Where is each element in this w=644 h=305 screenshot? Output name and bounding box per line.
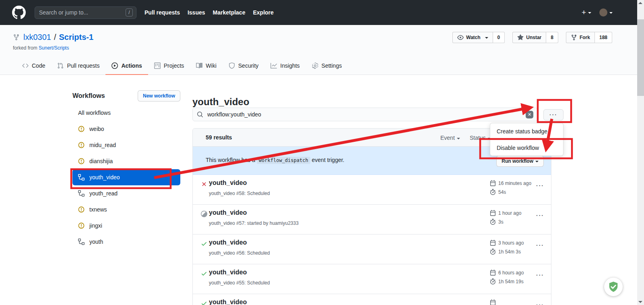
run-title-link[interactable]: youth_video [209, 299, 247, 305]
nav-marketplace[interactable]: Marketplace [213, 9, 246, 16]
calendar-icon [490, 240, 496, 246]
run-time-text: 3 hours ago [498, 240, 524, 246]
workflow-list-item[interactable]: youth_read [72, 185, 180, 201]
global-search-input[interactable] [38, 9, 126, 16]
workflow-run-row[interactable]: youth_video youth_video #58: Scheduled 1… [193, 175, 551, 205]
header-nav: Pull requests Issues Marketplace Explore [144, 9, 274, 16]
watch-button[interactable]: Watch [452, 32, 493, 43]
clear-search-button[interactable]: ✕ [526, 111, 533, 118]
run-time [490, 299, 498, 305]
tab-settings[interactable]: Settings [306, 57, 348, 75]
run-title-link[interactable]: youth_video [209, 179, 247, 187]
tab-label: Pull requests [67, 62, 99, 69]
nav-issues[interactable]: Issues [188, 9, 205, 16]
workflow-run-row[interactable]: youth_video youth_video #55: Scheduled 6… [193, 264, 551, 294]
run-time-text: 1 hour ago [498, 210, 521, 216]
workflow-list-item[interactable]: All workflows [72, 105, 180, 121]
watch-count[interactable]: 0 [493, 32, 505, 43]
user-menu-button[interactable] [599, 8, 613, 17]
run-title-link[interactable]: youth_video [209, 209, 247, 216]
scrollbar-thumb[interactable] [637, 19, 644, 96]
workflow-run-row[interactable]: youth_video youth_video #57: started by … [193, 205, 551, 234]
run-duration: 54s [490, 189, 506, 195]
stopwatch-icon [490, 189, 496, 195]
star-filled-icon [517, 34, 524, 41]
status-filter[interactable]: Status [470, 135, 491, 141]
runs-search-input[interactable] [206, 111, 522, 118]
workflow-list-item[interactable]: youth_video [72, 169, 180, 185]
menu-item[interactable]: Create status badge [490, 123, 563, 139]
repo-separator: / [54, 33, 56, 42]
run-duration: 3s [490, 219, 504, 225]
runs-search[interactable]: ✕ [192, 108, 538, 121]
project-icon [154, 62, 161, 69]
tab-pull-requests[interactable]: Pull requests [51, 57, 105, 75]
workflow-list-item[interactable]: txnews [72, 201, 180, 218]
run-options-button[interactable]: ··· [533, 302, 547, 305]
fork-label: Fork [580, 35, 590, 40]
adguard-extension-badge[interactable] [604, 278, 623, 296]
global-search[interactable]: / [35, 6, 136, 19]
run-description: youth_video #56: Scheduled [209, 250, 270, 256]
forked-from-link[interactable]: Sunert/Scripts [39, 45, 69, 51]
event-filter-label: Event [440, 135, 455, 141]
repo-owner-link[interactable]: lxk0301 [23, 33, 51, 42]
tab-wiki[interactable]: Wiki [190, 57, 222, 75]
create-new-button[interactable]: + [582, 8, 591, 17]
event-filter[interactable]: Event [440, 135, 460, 141]
gear-icon [312, 62, 318, 69]
tab-security[interactable]: Security [223, 57, 265, 75]
tab-code[interactable]: Code [16, 57, 51, 75]
run-options-button[interactable]: ··· [533, 242, 547, 249]
chevron-down-icon [535, 161, 539, 164]
run-status-icon [201, 300, 207, 305]
tab-projects[interactable]: Projects [148, 57, 190, 75]
workflow-options-button[interactable]: ··· [543, 109, 564, 120]
calendar-icon [490, 270, 496, 276]
scroll-down-arrow-icon[interactable] [638, 301, 642, 303]
run-options-button[interactable]: ··· [533, 183, 547, 189]
menu-item[interactable]: Disable workflow [490, 139, 563, 156]
star-count[interactable]: 8 [546, 32, 558, 43]
warning-icon [78, 142, 85, 148]
avatar [599, 8, 607, 17]
workflow-list-item[interactable]: dianshijia [72, 153, 180, 169]
workflow-list-item[interactable]: weibo [72, 121, 180, 137]
run-options-button[interactable]: ··· [533, 212, 547, 219]
workflow-list-item[interactable]: midu_read [72, 137, 180, 153]
run-list: youth_video youth_video #58: Scheduled 1… [193, 175, 551, 305]
workflow-icon [78, 190, 85, 197]
workflow-item-label: youth [89, 239, 103, 245]
fork-count[interactable]: 188 [595, 32, 612, 43]
repo-tabs: Code Pull requests Actions Projects Wiki… [16, 57, 348, 75]
workflow-run-row[interactable]: youth_video youth_video #56: Scheduled 3… [193, 234, 551, 264]
nav-pull-requests[interactable]: Pull requests [144, 9, 180, 16]
unstar-button[interactable]: Unstar [512, 32, 546, 43]
repo-title: lxk0301 / Scripts-1 [13, 33, 93, 42]
fork-button[interactable]: Fork [566, 32, 595, 43]
workflow-list-item[interactable]: youth [72, 234, 180, 250]
run-duration: 1h 54m 3s [490, 249, 521, 255]
forked-from-label: forked from [13, 45, 37, 51]
book-icon [196, 62, 202, 69]
code-span: workflow_dispatch [257, 157, 310, 164]
graph-icon [270, 62, 277, 69]
page-scrollbar[interactable] [637, 0, 644, 305]
new-workflow-button[interactable]: New workflow [138, 90, 180, 102]
tab-insights[interactable]: Insights [264, 57, 305, 75]
tab-actions[interactable]: Actions [105, 57, 148, 75]
tab-label: Settings [322, 62, 342, 69]
run-title-link[interactable]: youth_video [209, 269, 247, 276]
run-options-button[interactable]: ··· [533, 272, 547, 278]
scroll-up-arrow-icon[interactable] [638, 2, 642, 4]
chevron-down-icon [609, 12, 613, 15]
nav-explore[interactable]: Explore [253, 9, 273, 16]
run-title-link[interactable]: youth_video [209, 239, 247, 246]
code-icon [22, 62, 29, 69]
run-workflow-button[interactable]: Run workflow [496, 156, 544, 167]
github-logo-icon[interactable] [12, 6, 26, 19]
x-failed-icon [201, 181, 207, 187]
workflow-list-item[interactable]: jingxi [72, 218, 180, 234]
workflow-run-row[interactable]: youth_video ··· [193, 294, 551, 305]
repo-name-link[interactable]: Scripts-1 [59, 33, 94, 42]
